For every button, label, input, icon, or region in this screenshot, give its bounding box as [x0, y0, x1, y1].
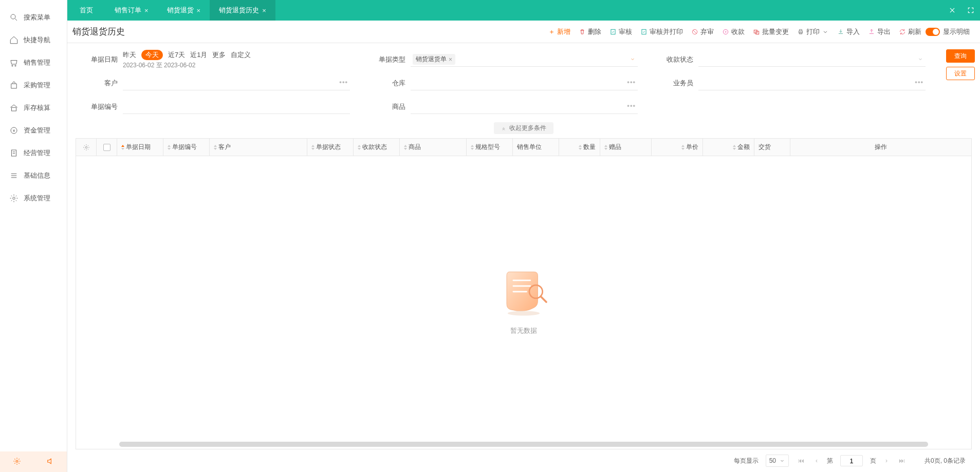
first-page-button[interactable]: ⏮: [796, 457, 806, 464]
col-recvstatus[interactable]: 收款状态: [354, 139, 400, 156]
close-icon[interactable]: ×: [197, 7, 201, 14]
tabstrip-fullscreen-button[interactable]: [961, 0, 980, 21]
filter-panel: 单据日期 昨天 今天 近7天 近1月 更多 自定义 2023-06-02 至 2…: [67, 43, 980, 122]
per-page-label: 每页显示: [734, 457, 759, 465]
ellipsis-icon: •••: [915, 78, 923, 86]
data-table: 单据日期 单据编号 客户 单据状态 收款状态 商品 规格型号 销售单位 数量 赠…: [76, 138, 972, 449]
table-header: 单据日期 单据编号 客户 单据状态 收款状态 商品 规格型号 销售单位 数量 赠…: [76, 139, 971, 156]
query-button[interactable]: 查询: [946, 49, 975, 63]
col-goods[interactable]: 商品: [400, 139, 467, 156]
sidebar-item-basic[interactable]: 基础信息: [0, 164, 67, 187]
export-button[interactable]: 导出: [864, 24, 895, 40]
tab-home[interactable]: 首页: [67, 0, 105, 21]
sidebar-item-stock[interactable]: 库存核算: [0, 97, 67, 119]
filter-recvstatus: 收款状态: [658, 49, 926, 70]
sidebar-item-sales[interactable]: 销售管理: [0, 51, 67, 74]
close-icon[interactable]: ×: [262, 7, 266, 14]
page-prefix: 第: [827, 457, 833, 465]
sidebar-item-purchase[interactable]: 采购管理: [0, 74, 67, 97]
svg-rect-4: [12, 107, 16, 111]
collapse-filters-button[interactable]: 收起更多条件: [494, 122, 553, 134]
date-opt-1m[interactable]: 近1月: [190, 50, 207, 60]
recvstatus-input[interactable]: [698, 52, 926, 67]
col-spec[interactable]: 规格型号: [467, 139, 513, 156]
filter-label: 单据编号: [83, 102, 123, 111]
col-date[interactable]: 单据日期: [117, 139, 163, 156]
search-icon: [9, 13, 19, 22]
date-opt-today[interactable]: 今天: [141, 50, 163, 60]
ellipsis-icon: •••: [627, 102, 636, 109]
audit-print-button[interactable]: 审核并打印: [636, 24, 687, 40]
goods-input[interactable]: •••: [411, 100, 638, 114]
tabstrip-close-button[interactable]: [943, 0, 961, 21]
filter-label: 仓库: [371, 79, 411, 88]
close-icon[interactable]: ×: [144, 7, 149, 14]
tab-sales-return[interactable]: 销货退货×: [158, 0, 210, 21]
filter-label: 客户: [83, 79, 123, 88]
sidebar-item-finance[interactable]: ¥ 资金管理: [0, 119, 67, 142]
sidebar-label: 搜索菜单: [24, 13, 50, 22]
horizontal-scrollbar[interactable]: [78, 442, 969, 447]
col-customer[interactable]: 客户: [210, 139, 307, 156]
receive-button[interactable]: ¥收款: [718, 24, 749, 40]
col-gift[interactable]: 赠品: [600, 139, 652, 156]
tab-sales-return-history[interactable]: 销货退货历史×: [210, 0, 275, 21]
sidebar-item-search[interactable]: 搜索菜单: [0, 6, 67, 29]
col-amount[interactable]: 金额: [703, 139, 754, 156]
batch-button[interactable]: 批量变更: [749, 24, 793, 40]
filter-action-buttons: 查询 设置: [946, 49, 975, 93]
col-unit[interactable]: 销售单位: [513, 139, 559, 156]
svg-point-14: [16, 460, 18, 462]
chip-remove-icon[interactable]: ×: [449, 56, 452, 63]
svg-text:¥: ¥: [13, 128, 15, 133]
date-opt-yesterday[interactable]: 昨天: [123, 50, 136, 60]
import-button[interactable]: 导入: [833, 24, 864, 40]
gear-icon[interactable]: [13, 457, 21, 467]
home-icon: [9, 35, 19, 45]
print-button[interactable]: 打印: [793, 24, 833, 40]
date-opt-7d[interactable]: 近7天: [168, 50, 185, 60]
col-price[interactable]: 单价: [652, 139, 703, 156]
customer-input[interactable]: •••: [123, 76, 350, 90]
next-page-button[interactable]: ›: [883, 457, 890, 464]
sidebar-item-operations[interactable]: 经营管理: [0, 142, 67, 164]
empty-text: 暂无数据: [510, 326, 537, 335]
cart-icon: [9, 58, 19, 67]
prev-page-button[interactable]: ‹: [813, 457, 820, 464]
add-button[interactable]: ＋新增: [544, 24, 575, 40]
tab-sales-order[interactable]: 销售订单×: [105, 0, 158, 21]
menu-icon: [9, 171, 19, 180]
column-settings-button[interactable]: [76, 139, 97, 156]
discard-button[interactable]: 弃审: [687, 24, 718, 40]
tab-label: 销售订单: [115, 6, 141, 15]
tabstrip: 首页 销售订单× 销货退货× 销货退货历史×: [67, 0, 980, 21]
filter-label: 业务员: [658, 79, 698, 88]
sound-icon[interactable]: [46, 457, 54, 467]
billno-input[interactable]: [123, 100, 350, 114]
svg-rect-7: [12, 150, 16, 156]
filter-billtype: 单据类型 销货退货单×: [371, 49, 638, 70]
svg-rect-23: [754, 30, 757, 33]
svg-point-0: [11, 14, 15, 19]
date-opt-custom[interactable]: 自定义: [231, 50, 251, 60]
refresh-button[interactable]: 刷新: [895, 24, 926, 40]
ellipsis-icon: •••: [339, 78, 348, 86]
delete-button[interactable]: 删除: [575, 24, 605, 40]
warehouse-input[interactable]: •••: [411, 76, 638, 90]
col-billno[interactable]: 单据编号: [163, 139, 210, 156]
col-billstatus[interactable]: 单据状态: [307, 139, 354, 156]
select-all-checkbox[interactable]: [97, 139, 117, 156]
last-page-button[interactable]: ⏭: [897, 457, 907, 464]
show-detail-toggle[interactable]: 显示明细: [926, 27, 970, 36]
billtype-input[interactable]: 销货退货单×: [411, 52, 638, 67]
sidebar-item-nav[interactable]: 快捷导航: [0, 29, 67, 51]
per-page-select[interactable]: 50: [766, 455, 789, 467]
col-delivery[interactable]: 交货: [754, 139, 790, 156]
salesman-input[interactable]: •••: [698, 76, 926, 90]
col-qty[interactable]: 数量: [559, 139, 600, 156]
settings-button[interactable]: 设置: [946, 67, 975, 80]
sidebar-item-system[interactable]: 系统管理: [0, 187, 67, 210]
page-input[interactable]: [840, 455, 863, 466]
date-opt-more[interactable]: 更多: [212, 50, 226, 60]
audit-button[interactable]: 审核: [605, 24, 636, 40]
